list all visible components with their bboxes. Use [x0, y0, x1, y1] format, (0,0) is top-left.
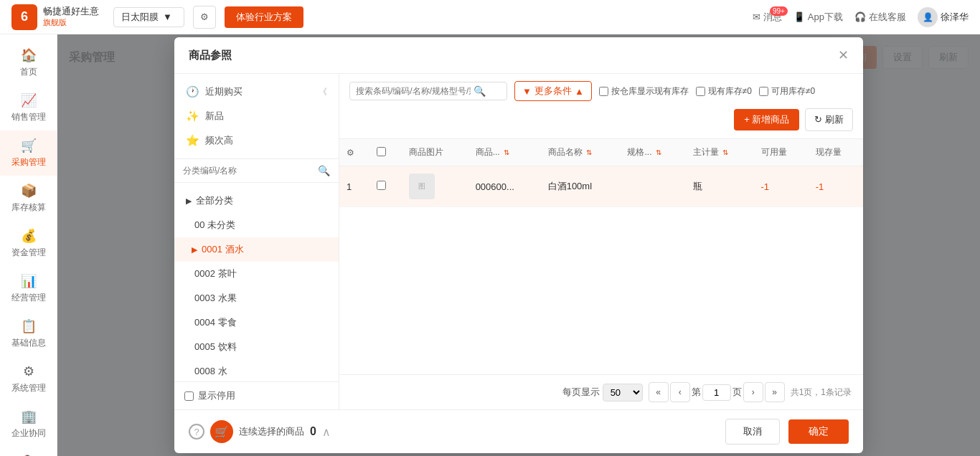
quick-tab-new-label: 新品 — [205, 110, 224, 123]
category-label-00: 00 未分类 — [194, 219, 235, 232]
category-item-0005[interactable]: 0005 饮料 — [174, 335, 339, 359]
show-disabled-checkbox[interactable] — [184, 391, 194, 401]
settings-button[interactable]: ⚙ — [193, 6, 216, 29]
modal-close-button[interactable]: ✕ — [838, 47, 849, 63]
service-button[interactable]: 🎧 在线客服 — [854, 11, 906, 24]
col-unit[interactable]: 主计量 ⇅ — [686, 139, 753, 166]
message-button[interactable]: ✉ 消息 99+ — [753, 11, 782, 24]
main-content: 采购管理 查询 设置 刷新 商品参照 ✕ — [57, 34, 980, 456]
service-label: 在线客服 — [869, 11, 906, 24]
cart-collapse-icon[interactable]: ∧ — [322, 425, 331, 439]
col-spec[interactable]: 规格... ⇅ — [620, 139, 686, 166]
sort-icon-unit: ⇅ — [722, 148, 728, 156]
navbar: 6 畅捷通好生意 旗舰版 日太阳膜 ▼ ⚙ 体验行业方案 ✉ 消息 99+ 📱 … — [0, 0, 980, 34]
check-stock-nonzero-label: 现有库存≠0 — [708, 85, 752, 98]
category-item-0003[interactable]: 0003 水果 — [174, 286, 339, 310]
category-item-all[interactable]: ▶ 全部分类 — [174, 189, 339, 213]
filter-icon: ▼ — [522, 86, 532, 97]
sidebar-item-basic[interactable]: 📋 基础信息 — [0, 311, 57, 356]
inventory-icon: 📦 — [21, 183, 37, 199]
app-download-button[interactable]: 📱 App下载 — [793, 11, 843, 24]
app-icon: 📱 — [793, 11, 805, 22]
basic-icon: 📋 — [21, 318, 37, 334]
last-page-button[interactable]: » — [765, 382, 785, 402]
select-all-checkbox[interactable] — [377, 147, 386, 156]
help-icon[interactable]: ? — [189, 424, 204, 440]
quick-tabs: 🕐 近期购买 《 ✨ 新品 ⭐ 频次高 — [174, 74, 339, 159]
modal-footer: ? 🛒 连续选择的商品 0 ∧ 取消 确定 — [174, 409, 863, 453]
per-page-select: 每页显示 20 50 100 — [562, 384, 643, 402]
col-code[interactable]: 商品... ⇅ — [468, 139, 541, 166]
company-selector[interactable]: 日太阳膜 ▼ — [113, 7, 184, 27]
category-search-input[interactable] — [183, 166, 314, 176]
quick-tab-frequent[interactable]: ⭐ 频次高 — [174, 128, 339, 153]
check-available-nonzero-input[interactable] — [759, 87, 768, 96]
filter-button[interactable]: ▼ 更多条件 ▲ — [514, 81, 592, 101]
sidebar-item-inventory[interactable]: 📦 库存核算 — [0, 176, 57, 221]
check-stock-nonzero-input[interactable] — [696, 87, 705, 96]
refresh-button[interactable]: ↻ 刷新 — [805, 108, 853, 131]
category-search: 🔍 — [174, 159, 339, 183]
product-search-icon[interactable]: 🔍 — [473, 85, 486, 97]
category-item-0002[interactable]: 0002 茶叶 — [174, 262, 339, 286]
quick-tab-new[interactable]: ✨ 新品 — [174, 104, 339, 128]
category-item-0004[interactable]: 0004 零食 — [174, 310, 339, 335]
per-page-dropdown[interactable]: 20 50 100 — [603, 384, 643, 402]
check-available-nonzero[interactable]: 可用库存≠0 — [759, 85, 815, 98]
cancel-button[interactable]: 取消 — [725, 419, 780, 445]
check-stock-nonzero[interactable]: 现有库存≠0 — [696, 85, 752, 98]
finance-icon: 💰 — [21, 228, 37, 244]
category-item-00[interactable]: 00 未分类 — [174, 213, 339, 237]
cell-seq: 1 — [339, 166, 369, 207]
quick-tab-recent-label: 近期购买 — [205, 85, 242, 98]
check-warehouse[interactable]: 按仓库显示现有库存 — [599, 85, 689, 98]
purchase-icon: 🛒 — [21, 138, 37, 153]
sidebar-label-finance: 资金管理 — [11, 247, 46, 259]
next-page-button[interactable]: › — [743, 382, 763, 402]
row-checkbox[interactable] — [377, 181, 386, 190]
quick-tab-recent[interactable]: 🕐 近期购买 《 — [174, 80, 339, 104]
add-product-button[interactable]: + 新增商品 — [734, 109, 799, 130]
category-label-0001: 0001 酒水 — [202, 243, 244, 256]
confirm-button[interactable]: 确定 — [788, 419, 849, 444]
table-row[interactable]: 1 图 000600... 白酒100ml 瓶 — [339, 166, 863, 207]
sidebar-item-operation[interactable]: 📊 经营管理 — [0, 266, 57, 311]
prev-page-button[interactable]: ‹ — [670, 382, 690, 402]
check-available-nonzero-label: 可用库存≠0 — [771, 85, 815, 98]
sidebar-item-enterprise[interactable]: 🏢 企业协同 — [0, 402, 57, 447]
check-warehouse-input[interactable] — [599, 87, 608, 96]
exp-btn[interactable]: 体验行业方案 — [225, 6, 303, 28]
col-code-label: 商品... — [476, 147, 500, 157]
table-body: 1 图 000600... 白酒100ml 瓶 — [339, 166, 863, 207]
headset-icon: 🎧 — [854, 11, 866, 22]
sidebar-item-system[interactable]: ⚙ 系统管理 — [0, 356, 57, 402]
home-icon: 🏠 — [21, 47, 37, 63]
modal-title: 商品参照 — [189, 49, 232, 62]
cell-check[interactable] — [369, 166, 402, 207]
category-list: ▶ 全部分类 00 未分类 ▶ 0001 酒水 0002 茶 — [174, 183, 339, 381]
sidebar-item-sales[interactable]: 📈 销售管理 — [0, 85, 57, 130]
check-warehouse-label: 按仓库显示现有库存 — [611, 85, 689, 98]
app-label: App下载 — [808, 11, 843, 24]
first-page-button[interactable]: « — [649, 382, 669, 402]
product-reference-modal: 商品参照 ✕ 🕐 近期购买 《 ✨ — [174, 37, 863, 453]
sidebar-item-purchase[interactable]: 🛒 采购管理 — [0, 130, 57, 176]
sidebar-item-newbie[interactable]: 📚 新手引导 — [0, 447, 57, 456]
page-number-input[interactable] — [702, 384, 731, 401]
category-item-0008[interactable]: 0008 水 — [174, 359, 339, 381]
category-search-icon[interactable]: 🔍 — [318, 165, 330, 176]
col-name[interactable]: 商品名称 ⇅ — [541, 139, 621, 166]
col-check[interactable] — [369, 139, 402, 166]
sidebar-item-home[interactable]: 🏠 首页 — [0, 40, 57, 85]
user-menu[interactable]: 👤 徐泽华 — [918, 7, 969, 27]
show-disabled-label: 显示停用 — [198, 389, 235, 402]
cart-button[interactable]: 🛒 — [210, 420, 233, 443]
enterprise-icon: 🏢 — [21, 409, 37, 424]
col-spec-label: 规格... — [627, 147, 651, 157]
product-search-input[interactable] — [356, 86, 471, 96]
page-text: 第 — [692, 386, 701, 399]
col-settings[interactable]: ⚙ — [339, 139, 369, 166]
sidebar-item-finance[interactable]: 💰 资金管理 — [0, 221, 57, 266]
cell-available: -1 — [754, 166, 809, 207]
category-item-0001[interactable]: ▶ 0001 酒水 — [174, 237, 339, 262]
